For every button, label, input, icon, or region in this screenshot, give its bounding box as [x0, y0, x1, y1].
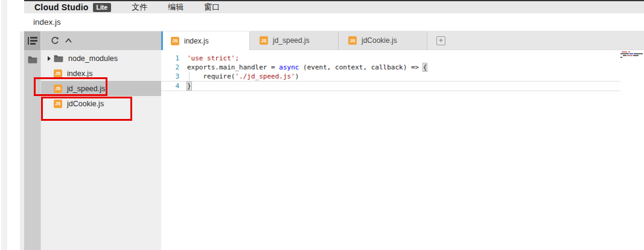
cloud-studio-window: Cloud Studio Lite 文件编辑窗口 index.js [24, 0, 644, 250]
folder-icon [54, 54, 63, 62]
explorer-toolbar [41, 31, 161, 50]
code-line-4: 4} [161, 81, 620, 91]
menu-bar: Cloud Studio Lite 文件编辑窗口 [24, 0, 644, 13]
tab-jd_speed.js[interactable]: JSjd_speed.js [250, 31, 339, 50]
cloud-studio-logo: Cloud Studio [34, 2, 89, 12]
new-tab-button[interactable]: + [436, 36, 445, 45]
tab-label: jd_speed.js [273, 36, 310, 45]
activity-tree-view-button[interactable] [24, 31, 40, 50]
line-number: 2 [161, 63, 179, 72]
file-label: index.js [67, 69, 92, 78]
folder-icon [28, 56, 37, 63]
code-text: } [187, 82, 191, 91]
lite-badge: Lite [93, 3, 112, 12]
token: require( [187, 72, 235, 80]
file-row-jdCookie.js[interactable]: JSjdCookie.js [41, 96, 161, 111]
token: exports.main_handler = [187, 63, 279, 71]
content-gutter [20, 31, 24, 250]
js-file-icon: JS [260, 36, 268, 45]
activity-folder-button[interactable] [24, 50, 40, 69]
js-file-icon: JS [348, 36, 357, 45]
file-row-jd_speed.js[interactable]: JSjd_speed.js [41, 81, 161, 96]
tab-label: jdCookie.js [362, 36, 397, 45]
file-explorer: node_modulesJSindex.jsJSjd_speed.jsJSjdC… [40, 31, 161, 250]
file-row-node_modules[interactable]: node_modules [41, 51, 161, 66]
js-file-icon: JS [54, 85, 62, 93]
code-text: 'use strict'; [187, 54, 239, 63]
line-number: 3 [161, 72, 179, 81]
minimap-segment [628, 51, 630, 53]
editor-group: JSindex.jsJSjd_speed.jsJSjdCookie.js + 1… [161, 31, 644, 250]
token: (event, context, callback) => [299, 63, 422, 71]
collapsed-triangle [48, 56, 51, 61]
file-label: jdCookie.js [67, 100, 104, 108]
tab-list: JSindex.jsJSjd_speed.jsJSjdCookie.js [161, 31, 427, 50]
file-label: jd_speed.js [67, 85, 105, 93]
main-content: node_modulesJSindex.jsJSjd_speed.jsJSjdC… [24, 31, 644, 250]
code-line-1: 1'use strict'; [161, 54, 644, 63]
line-number: 4 [161, 82, 179, 91]
page-left-strip [1, 0, 7, 250]
code-line-2: 2exports.main_handler = async (event, co… [161, 63, 644, 72]
refresh-icon[interactable] [51, 37, 59, 45]
menu-item-窗口[interactable]: 窗口 [204, 2, 220, 13]
activity-bar [24, 31, 40, 250]
tab-label: index.js [184, 37, 209, 45]
menu-list: 文件编辑窗口 [111, 2, 220, 13]
token: { [423, 63, 427, 71]
menu-item-文件[interactable]: 文件 [132, 2, 147, 13]
expand-arrow-icon[interactable] [48, 56, 54, 61]
token: ) [295, 72, 299, 80]
code-text: exports.main_handler = async (event, con… [187, 63, 427, 72]
editor-tab-bar: JSindex.jsJSjd_speed.jsJSjdCookie.js + [161, 31, 644, 50]
file-row-index.js[interactable]: JSindex.js [41, 66, 161, 81]
file-label: node_modules [68, 54, 118, 63]
token: } [187, 82, 191, 90]
file-tree: node_modulesJSindex.jsJSjd_speed.jsJSjdC… [41, 50, 161, 250]
tab-jdCookie.js[interactable]: JSjdCookie.js [339, 31, 427, 50]
menu-item-编辑[interactable]: 编辑 [168, 2, 183, 13]
token: async [279, 63, 299, 71]
line-number: 1 [161, 54, 179, 63]
code-editor[interactable]: 1'use strict';2exports.main_handler = as… [161, 50, 644, 250]
tab-index.js[interactable]: JSindex.js [161, 31, 250, 50]
js-file-icon: JS [171, 37, 179, 45]
js-file-icon: JS [54, 69, 62, 78]
breadcrumb: index.js [24, 13, 644, 31]
breadcrumb-filename: index.js [33, 18, 61, 27]
tree-view-icon [28, 37, 37, 45]
minimap-segment [622, 51, 627, 53]
code-line-3: 3 require('./jd_speed.js') [161, 72, 644, 81]
js-file-icon: JS [54, 100, 62, 108]
token: 'use strict'; [187, 54, 239, 62]
code-text: require('./jd_speed.js') [187, 72, 299, 81]
collapse-all-icon[interactable] [65, 37, 72, 45]
token: './jd_speed.js' [235, 72, 295, 80]
